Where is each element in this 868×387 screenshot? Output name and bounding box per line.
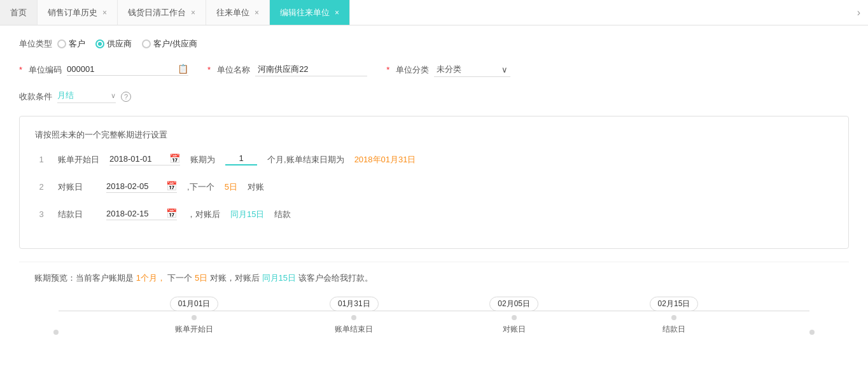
radio-group: 客户 供应商 客户/供应商 — [57, 38, 197, 50]
unit-type-label: 单位类型 — [19, 38, 52, 50]
preview-highlight3: 同月15日 — [262, 273, 296, 283]
timeline-point-3: 02月05日 对账日 — [489, 297, 538, 335]
period-num-3: 3 — [35, 209, 48, 219]
unit-category-value: 未分类 — [437, 64, 461, 75]
payment-terms-row: 收款条件 月结 ∨ ? — [19, 90, 849, 103]
period-num-1: 1 — [35, 155, 48, 164]
tab-home-label: 首页 — [10, 7, 27, 18]
period-row-3: 3 结款日 📅 ，对账后 同月15日 结款 — [35, 208, 833, 220]
timeline-start-dot — [53, 330, 59, 335]
period-date-field-1[interactable] — [109, 154, 167, 164]
period-row2-highlight: 5日 — [225, 181, 237, 193]
period-row-1: 1 账单开始日 📅 账期为 个月,账单结束日期为 2018年01月31日 — [35, 153, 833, 165]
preview-highlight2: 5日 — [195, 273, 207, 283]
tab-sales-history-label: 销售订单历史 — [48, 7, 97, 18]
period-row3-prefix: ，对账后 — [187, 209, 220, 220]
period-row3-highlight: 同月15日 — [230, 209, 264, 220]
unit-type-row: 单位类型 客户 供应商 客户/供应商 — [19, 38, 849, 50]
period-account-for-label: 账期为 — [190, 154, 215, 165]
period-row2-prefix: ,下一个 — [187, 181, 214, 193]
timeline-point-2: 01月31日 账单结束日 — [330, 297, 379, 335]
radio-supplier-label: 供应商 — [107, 38, 132, 50]
tab-edit-partner-close[interactable]: × — [335, 8, 339, 17]
payment-terms-label: 收款条件 — [19, 91, 52, 102]
radio-both-circle — [142, 39, 151, 48]
period-date-field-3[interactable] — [106, 209, 164, 218]
period-box-title: 请按照未来的一个完整帐期进行设置 — [35, 129, 833, 141]
period-field-label-2: 对账日 — [58, 181, 96, 193]
unit-code-star: * — [19, 65, 22, 74]
radio-customer-label: 客户 — [69, 38, 85, 50]
period-end-date: 2018年01月31日 — [354, 154, 416, 165]
unit-category-arrow-icon: ∨ — [501, 65, 508, 74]
payment-terms-group: 收款条件 月结 ∨ ? — [19, 90, 131, 103]
unit-name-star: * — [207, 65, 211, 74]
period-row3-suffix: 结款 — [274, 209, 291, 220]
tab-partner-units[interactable]: 往来单位 × — [206, 0, 270, 25]
timeline-dot-4 — [671, 315, 676, 320]
timeline-label-4: 结款日 — [662, 324, 685, 335]
timeline-point-1: 01月01日 账单开始日 — [170, 297, 219, 335]
radio-customer[interactable]: 客户 — [57, 38, 85, 50]
unit-name-group: * 单位名称 — [207, 64, 367, 76]
timeline-dot-1 — [192, 315, 197, 320]
radio-supplier[interactable]: 供应商 — [95, 38, 132, 50]
timeline-badge-4: 02月15日 — [650, 297, 699, 311]
timeline-label-2: 账单结束日 — [335, 324, 373, 335]
unit-code-input-wrapper: 📋 — [67, 64, 188, 76]
timeline-badge-3: 02月05日 — [489, 297, 538, 311]
tab-home[interactable]: 首页 — [0, 0, 38, 25]
tab-sales-history-close[interactable]: × — [102, 8, 107, 17]
unit-name-input[interactable] — [255, 64, 367, 76]
copy-icon[interactable]: 📋 — [178, 64, 188, 74]
calendar-icon-1[interactable]: 📅 — [169, 153, 180, 164]
tab-cash-workbench-label: 钱货日清工作台 — [128, 7, 186, 18]
radio-both-label: 客户/供应商 — [153, 38, 197, 50]
period-months-input — [225, 153, 257, 165]
help-icon[interactable]: ? — [121, 92, 131, 102]
tab-partner-units-close[interactable]: × — [255, 8, 259, 17]
unit-category-star: * — [386, 65, 389, 74]
period-date-field-2[interactable] — [106, 181, 164, 191]
tab-edit-partner[interactable]: 编辑往来单位 × — [270, 0, 350, 25]
unit-category-dropdown[interactable]: 未分类 ∨ — [434, 62, 510, 77]
period-row-2: 2 对账日 📅 ,下一个 5日 对账 — [35, 181, 833, 193]
radio-supplier-circle — [95, 39, 104, 48]
period-date-input-2: 📅 — [106, 181, 177, 193]
period-date-input-3: 📅 — [106, 208, 177, 220]
period-months-field[interactable] — [225, 153, 257, 163]
period-settings-box: 请按照未来的一个完整帐期进行设置 1 账单开始日 📅 账期为 个月,账单结束日期… — [19, 116, 849, 249]
timeline: 01月01日 账单开始日 01月31日 账单结束日 02月05日 对账日 — [53, 297, 815, 335]
tab-sales-history[interactable]: 销售订单历史 × — [38, 0, 118, 25]
preview-middle1: 下一个 — [167, 273, 192, 283]
payment-terms-select[interactable]: 月结 ∨ — [57, 90, 116, 103]
main-content: 单位类型 客户 供应商 客户/供应商 * 单位编码 — [0, 25, 868, 387]
period-row2-suffix: 对账 — [248, 181, 264, 193]
timeline-badge-2: 01月31日 — [330, 297, 379, 311]
tab-cash-workbench-close[interactable]: × — [191, 8, 195, 17]
period-field-label-3: 结款日 — [58, 209, 96, 220]
tab-edit-partner-label: 编辑往来单位 — [280, 7, 330, 18]
tab-more-button[interactable]: › — [850, 7, 868, 18]
preview-highlight1: 1个月， — [136, 273, 165, 283]
preview-suffix: 该客户会给我打款。 — [298, 273, 373, 283]
calendar-icon-3[interactable]: 📅 — [166, 208, 177, 218]
preview-middle2: 对账，对账后 — [210, 273, 260, 283]
preview-section: 账期预览：当前客户账期是 1个月， 下一个 5日 对账，对账后 同月15日 该客… — [19, 262, 849, 345]
timeline-end — [809, 318, 815, 335]
unit-category-label: 单位分类 — [396, 64, 429, 76]
unit-code-input[interactable] — [67, 64, 174, 74]
preview-text: 账期预览：当前客户账期是 1个月， 下一个 5日 对账，对账后 同月15日 该客… — [34, 272, 834, 284]
timeline-start — [53, 318, 59, 335]
calendar-icon-2[interactable]: 📅 — [166, 181, 177, 191]
unit-code-label: 单位编码 — [29, 64, 62, 76]
tab-cash-workbench[interactable]: 钱货日清工作台 × — [118, 0, 206, 25]
unit-code-group: * 单位编码 📋 — [19, 64, 188, 76]
period-months-unit: 个月,账单结束日期为 — [267, 154, 344, 165]
timeline-dot-3 — [512, 315, 517, 320]
timeline-badge-1: 01月01日 — [170, 297, 219, 311]
radio-both[interactable]: 客户/供应商 — [142, 38, 197, 50]
unit-info-row: * 单位编码 📋 * 单位名称 * 单位分类 未分类 ∨ — [19, 62, 849, 77]
timeline-label-1: 账单开始日 — [175, 324, 213, 335]
period-field-label-1: 账单开始日 — [58, 154, 99, 165]
